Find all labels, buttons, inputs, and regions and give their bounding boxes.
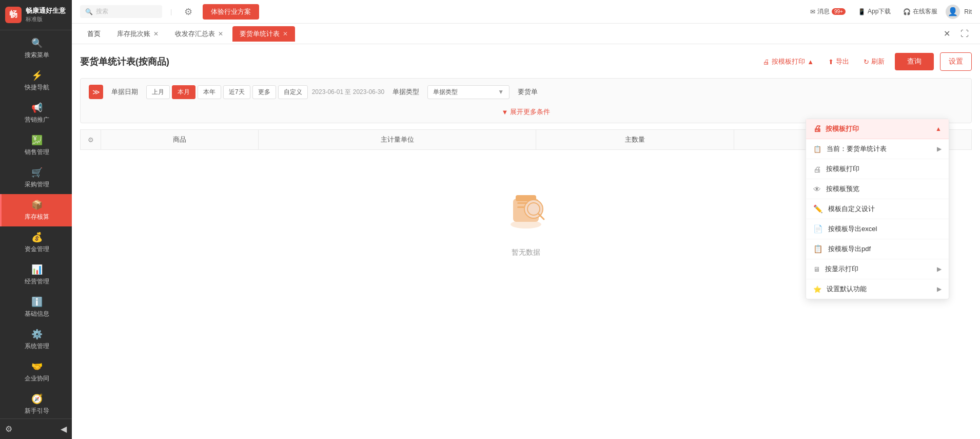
dropdown-set-default[interactable]: ⭐ 设置默认功能 ▶	[806, 279, 949, 299]
header-search[interactable]: 🔍 搜索	[80, 5, 162, 18]
sidebar-label-quick: 快捷导航	[25, 83, 49, 92]
settings-bottom-btn[interactable]: ⚙	[5, 424, 12, 434]
sidebar-item-system[interactable]: ⚙️ 系统管理	[0, 323, 72, 356]
empty-text: 暂无数据	[512, 248, 540, 257]
refresh-label: 刷新	[871, 57, 885, 66]
date-btn-last-month[interactable]: 上月	[146, 85, 170, 99]
trial-btn[interactable]: 体验行业方案	[203, 4, 259, 20]
svg-rect-7	[517, 206, 525, 208]
svg-rect-6	[517, 202, 527, 204]
th-goods: 商品	[101, 130, 259, 150]
tab-maximize-btn[interactable]: ⛶	[957, 28, 972, 40]
sidebar-label-operation: 经营管理	[25, 277, 49, 286]
filter-row: ≫ 单据日期 上月 本月 本年 近7天 更多 自定义 2023-06-01 至 …	[89, 85, 963, 99]
th-settings[interactable]: ⚙	[81, 130, 101, 150]
tab-close-receive-summary[interactable]: ✕	[218, 31, 223, 37]
template-design-label: 模板自定义设计	[828, 204, 875, 214]
type-filter-label: 单据类型	[393, 87, 419, 97]
search-header-placeholder: 搜索	[96, 7, 108, 16]
date-btn-last7[interactable]: 近7天	[223, 85, 250, 99]
empty-illustration	[500, 181, 552, 242]
sidebar-item-sales[interactable]: 💹 销售管理	[0, 129, 72, 162]
sidebar-label-system: 系统管理	[25, 342, 49, 351]
print-label: 按模板打印	[772, 57, 805, 66]
marketing-icon: 📢	[31, 102, 43, 113]
sidebar-item-finance[interactable]: 💰 资金管理	[0, 226, 72, 259]
current-label: 当前：要货单统计表	[827, 144, 887, 154]
sidebar-item-purchase[interactable]: 🛒 采购管理	[0, 162, 72, 194]
user-avatar[interactable]: 👤	[946, 5, 960, 19]
online-service-btn[interactable]: 🎧 在线客服	[899, 5, 942, 18]
app-logo-icon: 畅	[5, 7, 22, 23]
sidebar-item-inventory[interactable]: 📦 库存核算	[0, 194, 72, 226]
sidebar-item-guide[interactable]: 🧭 新手引导	[0, 388, 72, 418]
sidebar-item-operation[interactable]: 📊 经营管理	[0, 259, 72, 291]
message-btn[interactable]: ✉ 消息 99+	[806, 5, 850, 18]
dropdown-item-template-design[interactable]: ✏️ 模板自定义设计	[806, 199, 949, 219]
basic-icon: ℹ️	[31, 296, 43, 308]
settings-gear-btn[interactable]: ⚙	[180, 4, 197, 20]
display-print-chevron: ▶	[937, 265, 942, 273]
app-download-btn[interactable]: 📱 App下载	[854, 5, 895, 18]
page-settings-btn[interactable]: 设置	[940, 52, 972, 71]
header-divider: |	[170, 8, 172, 15]
print-btn[interactable]: 🖨 按模板打印 ▲	[759, 55, 818, 68]
template-design-icon: ✏️	[813, 204, 823, 214]
date-btn-custom[interactable]: 自定义	[278, 85, 308, 99]
sidebar-item-quick-nav[interactable]: ⚡ 快捷导航	[0, 65, 72, 97]
main-area: 🔍 搜索 | ⚙ 体验行业方案 ✉ 消息 99+ 📱 App下载 🎧 在线客服 …	[72, 0, 980, 439]
tab-inventory-batch[interactable]: 库存批次账 ✕	[110, 26, 166, 42]
sidebar-nav: 🔍 搜索菜单 ⚡ 快捷导航 📢 营销推广 💹 销售管理 🛒 采购管理 📦 库存核…	[0, 30, 72, 418]
collapse-btn[interactable]: ◀	[61, 424, 67, 434]
tab-order-stats[interactable]: 要货单统计表 ✕	[232, 26, 295, 42]
refresh-btn[interactable]: ↻ 刷新	[859, 55, 889, 68]
page-toolbar: 🖨 按模板打印 ▲ ⬆ 导出 ↻ 刷新 查询 设置	[759, 52, 972, 71]
tab-close-inventory-batch[interactable]: ✕	[153, 31, 159, 37]
page-title-row: 要货单统计表(按商品) 🖨 按模板打印 ▲ ⬆ 导出 ↻ 刷新	[80, 52, 972, 71]
filter-section: ≫ 单据日期 上月 本月 本年 近7天 更多 自定义 2023-06-01 至 …	[80, 78, 972, 123]
sidebar-label-cooperation: 企业协同	[25, 374, 49, 383]
tabs-controls: ✕ ⛶	[940, 28, 972, 40]
dropdown-display-print[interactable]: 🖥 按显示打印 ▶	[806, 259, 949, 279]
sales-icon: 💹	[31, 135, 43, 146]
tab-close-order-stats[interactable]: ✕	[283, 31, 288, 37]
date-range-text: 2023-06-01 至 2023-06-30	[312, 88, 384, 97]
dropdown-current-item[interactable]: 📋 当前：要货单统计表 ▶	[806, 139, 949, 159]
dropdown-item-export-pdf[interactable]: 📋 按模板导出pdf	[806, 239, 949, 259]
dropdown-item-template-preview[interactable]: 👁 按模板预览	[806, 179, 949, 199]
set-default-icon: ⭐	[813, 285, 821, 293]
app-title-block: 畅康通好生意 标准版	[26, 6, 66, 24]
expand-more-btn[interactable]: ▼ 展开更多条件	[502, 107, 551, 117]
query-btn[interactable]: 查询	[895, 53, 934, 70]
date-btn-this-month[interactable]: 本月	[172, 85, 195, 99]
export-icon: ⬆	[828, 58, 834, 66]
date-btn-this-year[interactable]: 本年	[198, 85, 221, 99]
dropdown-header[interactable]: 🖨 按模板打印 ▲	[806, 119, 949, 139]
export-pdf-icon: 📋	[813, 244, 823, 254]
goods-filter-label: 要货单	[518, 87, 538, 97]
template-print-label: 按模板打印	[826, 164, 859, 174]
tab-receive-summary[interactable]: 收发存汇总表 ✕	[168, 26, 230, 42]
date-btn-more[interactable]: 更多	[252, 85, 276, 99]
sidebar-item-marketing[interactable]: 📢 营销推广	[0, 97, 72, 129]
avatar-icon: 👤	[948, 7, 958, 16]
purchase-icon: 🛒	[31, 167, 43, 178]
template-print-icon: 🖨	[813, 165, 821, 174]
filter-toggle-icon[interactable]: ≫	[89, 85, 103, 99]
sidebar-item-cooperation[interactable]: 🤝 企业协同	[0, 356, 72, 388]
tab-home[interactable]: 首页	[80, 26, 108, 42]
dropdown-item-export-excel[interactable]: 📄 按模板导出excel	[806, 219, 949, 239]
sidebar-label-marketing: 营销推广	[25, 116, 49, 124]
dropdown-arrow-icon: ▼	[498, 88, 504, 96]
type-dropdown[interactable]: 单据类型 ▼	[427, 85, 509, 99]
sidebar-label-inventory: 库存核算	[25, 213, 49, 221]
sidebar-item-basic[interactable]: ℹ️ 基础信息	[0, 291, 72, 323]
sidebar-item-search[interactable]: 🔍 搜索菜单	[0, 32, 72, 65]
dropdown-item-template-print[interactable]: 🖨 按模板打印	[806, 159, 949, 179]
table-settings-icon[interactable]: ⚙	[88, 136, 94, 144]
export-btn[interactable]: ⬆ 导出	[824, 55, 853, 68]
expand-icon: ▼	[502, 108, 508, 116]
dropdown-collapse-icon: ▲	[935, 125, 942, 132]
tab-close-all-btn[interactable]: ✕	[940, 28, 953, 40]
refresh-icon: ↻	[864, 58, 869, 66]
